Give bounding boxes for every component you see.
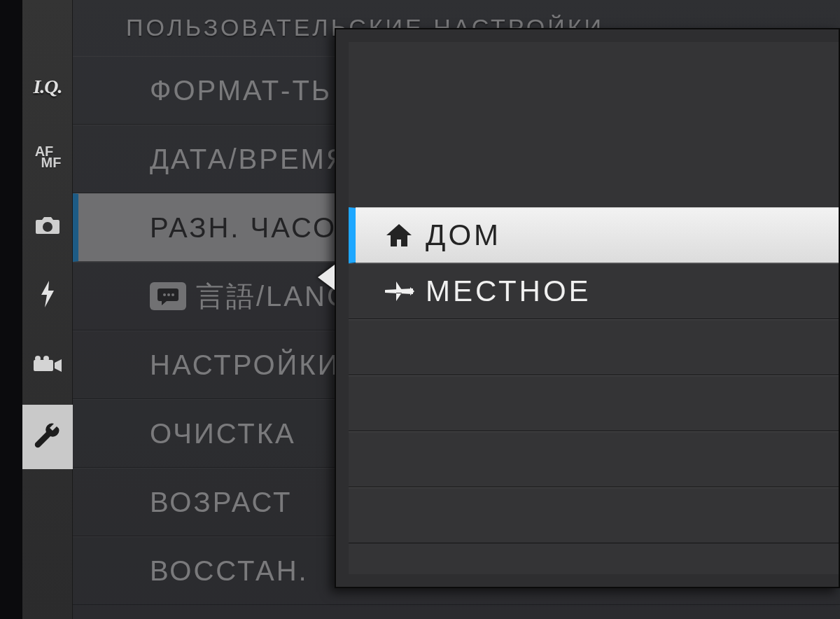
option-home[interactable]: ДОМ [349, 207, 839, 263]
tab-movie[interactable] [22, 335, 73, 399]
option-local[interactable]: МЕСТНОЕ [349, 263, 839, 319]
popup-empty-row: . [349, 431, 839, 487]
tab-shooting[interactable] [22, 195, 73, 259]
popup-spacer [349, 42, 839, 207]
menu-item-label: ОЧИСТКА [150, 418, 296, 450]
menu-item-label: ВОЗРАСТ [150, 487, 292, 518]
tab-flash[interactable] [22, 265, 73, 329]
back-arrow-icon[interactable] [318, 265, 335, 290]
airplane-icon [382, 279, 416, 304]
tab-image-quality[interactable]: I.Q. [22, 55, 73, 119]
popup-list: ДОМ МЕСТНОЕ . . . . [349, 42, 839, 574]
flash-icon [40, 281, 55, 313]
menu-item-label: ВОССТАН. [150, 555, 309, 587]
camera-icon [34, 216, 61, 238]
popup-empty-row: . [349, 487, 839, 543]
option-label: МЕСТНОЕ [426, 274, 592, 308]
svg-point-1 [167, 293, 170, 296]
tab-af-mf[interactable]: AF MF [22, 125, 73, 189]
tab-setup[interactable] [22, 405, 73, 469]
speech-bubble-icon [150, 282, 186, 310]
time-difference-popup: ДОМ МЕСТНОЕ . . . . [335, 28, 840, 588]
menu-item-label: НАСТРОЙКИ [150, 349, 340, 381]
option-label: ДОМ [426, 218, 501, 252]
svg-point-2 [172, 293, 174, 296]
video-camera-icon [34, 356, 62, 378]
popup-empty-row: . [349, 375, 839, 431]
menu-item-label: ДАТА/ВРЕМЯ [150, 144, 349, 175]
camera-menu-screen: I.Q. AF MF [0, 0, 840, 619]
left-gutter [0, 0, 22, 619]
popup-empty-row: . [349, 319, 839, 375]
menu-item-label: ФОРМАТ-ТЬ [150, 75, 332, 106]
iq-label: I.Q. [33, 76, 62, 98]
menu-item-label: РАЗН. ЧАСОВ [150, 212, 358, 244]
wrench-icon [34, 422, 61, 452]
menu-tab-rail: I.Q. AF MF [22, 0, 73, 619]
home-icon [382, 223, 416, 248]
mf-label: MF [41, 155, 62, 169]
svg-point-0 [163, 293, 166, 296]
